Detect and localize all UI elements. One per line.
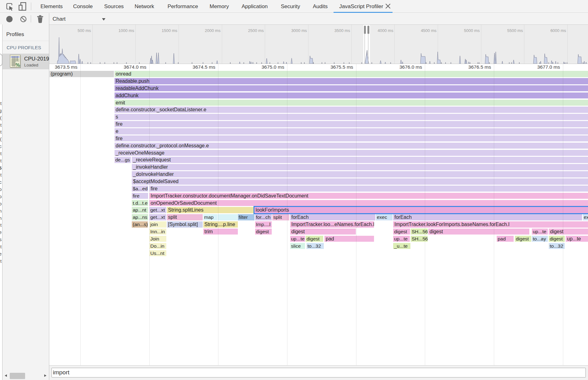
svg-text:%: %: [15, 62, 20, 68]
